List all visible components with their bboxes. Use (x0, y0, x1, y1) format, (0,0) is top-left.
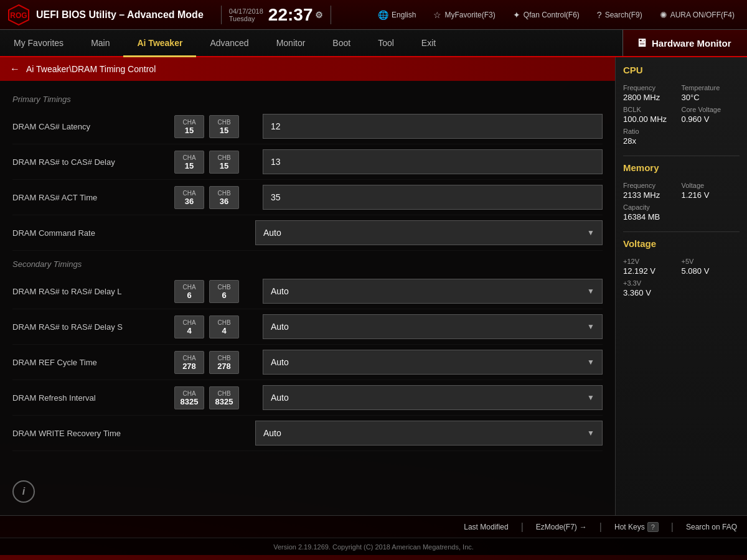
header-actions: 🌐 English ☆ MyFavorite(F3) ✦ Qfan Contro… (373, 7, 740, 22)
dram-refresh-interval-value: Auto (271, 393, 289, 403)
dram-ref-cycle-time-dropdown[interactable]: Auto ▼ (263, 350, 603, 375)
nav-spacer (449, 30, 622, 56)
svg-text:ROG: ROG (10, 11, 27, 20)
dram-ras-ras-s-cha: CHA 4 (174, 315, 204, 338)
dram-refresh-interval-cha: CHA 8325 (174, 386, 204, 409)
voltage-33v-row: +3.3V 3.360 V (623, 279, 740, 297)
date-info: 04/17/2018 Tuesday (229, 7, 263, 22)
dram-ref-cycle-time-label: DRAM REF Cycle Time (12, 358, 174, 367)
nav-my-favorites[interactable]: My Favorites (0, 30, 77, 57)
cpu-bclk-col: BCLK 100.00 MHz (623, 106, 682, 124)
last-modified-label: Last Modified (464, 523, 508, 531)
cpu-temperature-col: Temperature 30°C (682, 84, 740, 102)
dram-ras-ras-delay-s-row: DRAM RAS# to RAS# Delay S CHA 4 CHB 4 Au… (12, 309, 603, 345)
dram-cas-cha: CHA 15 (174, 115, 204, 138)
hot-keys-btn[interactable]: Hot Keys ? (614, 522, 659, 532)
dram-ras-cas-delay-row: DRAM RAS# to CAS# Delay CHA 15 CHB 15 (12, 144, 603, 180)
dram-command-rate-dropdown[interactable]: Auto ▼ (255, 220, 603, 245)
dram-cas-chb: CHB 15 (209, 115, 239, 138)
version-text: Version 2.19.1269. Copyright (C) 2018 Am… (273, 543, 474, 551)
dram-ras-ras-delay-l-dropdown[interactable]: Auto ▼ (263, 279, 603, 304)
settings-icon[interactable]: ⚙ (315, 10, 323, 20)
cpu-bclk-value: 100.00 MHz (623, 114, 682, 124)
dram-ras-cas-delay-label: DRAM RAS# to CAS# Delay (12, 157, 174, 167)
memory-section: Memory Frequency 2133 MHz Voltage 1.216 … (623, 162, 740, 222)
memory-capacity-value: 16384 MB (623, 212, 740, 222)
dram-ras-ras-l-channels: CHA 6 CHB 6 (174, 280, 255, 303)
header-divider (221, 6, 222, 24)
v33-value: 3.360 V (623, 288, 740, 297)
nav-advanced[interactable]: Advanced (196, 30, 262, 57)
dram-ras-ras-delay-s-label: DRAM RAS# to RAS# Delay S (12, 322, 174, 332)
dropdown-arrow-icon-4: ▼ (587, 358, 594, 366)
dram-cas-latency-row: DRAM CAS# Latency CHA 15 CHB 15 (12, 109, 603, 144)
cpu-frequency-col: Frequency 2800 MHz (623, 84, 682, 102)
primary-timings-header: Primary Timings (12, 86, 603, 109)
cpu-temperature-value: 30°C (682, 93, 740, 102)
dram-refresh-interval-row: DRAM Refresh Interval CHA 8325 CHB 8325 … (12, 380, 603, 416)
hot-keys-label: Hot Keys (614, 523, 645, 531)
cpu-core-voltage-label: Core Voltage (682, 106, 740, 113)
info-button[interactable]: i (12, 480, 35, 503)
v12-col: +12V 12.192 V (623, 258, 682, 276)
nav-ai-tweaker[interactable]: Ai Tweaker (123, 30, 196, 57)
dram-write-recovery-time-row: DRAM WRITE Recovery Time Auto ▼ (12, 416, 603, 451)
nav-tool[interactable]: Tool (364, 30, 408, 57)
ez-mode-icon: → (580, 523, 587, 531)
memory-voltage-value: 1.216 V (682, 190, 740, 200)
dram-ras-act-time-label: DRAM RAS# ACT Time (12, 193, 174, 202)
back-button[interactable]: ← (10, 63, 20, 75)
hw-monitor-tab[interactable]: 🖥 Hardware Monitor (622, 30, 747, 56)
qfan-btn[interactable]: ✦ Qfan Control(F6) (508, 7, 585, 22)
v5-col: +5V 5.080 V (682, 258, 740, 276)
dram-refresh-interval-dropdown[interactable]: Auto ▼ (263, 385, 603, 410)
dram-ras-ras-s-chb: CHB 4 (209, 315, 239, 338)
breadcrumb-text: Ai Tweaker\DRAM Timing Control (26, 64, 156, 74)
dram-cas-latency-input[interactable] (263, 114, 603, 139)
last-modified-btn[interactable]: Last Modified (464, 523, 508, 531)
ez-mode-btn[interactable]: EzMode(F7) → (536, 523, 587, 531)
footer-divider-1: | (521, 521, 524, 533)
nav-bar: My Favorites Main Ai Tweaker Advanced Mo… (0, 30, 747, 57)
memory-frequency-col: Frequency 2133 MHz (623, 182, 682, 200)
search-icon: ? (597, 10, 602, 20)
memory-freq-voltage-row: Frequency 2133 MHz Voltage 1.216 V (623, 182, 740, 200)
nav-exit[interactable]: Exit (408, 30, 449, 57)
dram-write-recovery-time-dropdown[interactable]: Auto ▼ (255, 421, 603, 446)
cpu-bclk-voltage-row: BCLK 100.00 MHz Core Voltage 0.960 V (623, 106, 740, 124)
memory-frequency-label: Frequency (623, 182, 682, 189)
dram-command-rate-value: Auto (263, 228, 281, 238)
content-area: ← Ai Tweaker\DRAM Timing Control Primary… (0, 57, 615, 515)
dram-cas-latency-label: DRAM CAS# Latency (12, 122, 174, 131)
v12-label: +12V (623, 258, 682, 265)
language-btn[interactable]: 🌐 English (373, 7, 421, 22)
dropdown-arrow-icon: ▼ (587, 228, 594, 237)
my-favorite-label: MyFavorite(F3) (444, 11, 495, 19)
monitor-icon: 🖥 (636, 37, 647, 50)
nav-main[interactable]: Main (77, 30, 123, 57)
header-bar: ROG UEFI BIOS Utility – Advanced Mode 04… (0, 0, 747, 30)
dram-ras-cas-delay-input[interactable] (263, 149, 603, 174)
voltage-section-title: Voltage (623, 238, 740, 251)
search-faq-btn[interactable]: Search on FAQ (686, 523, 737, 531)
logo: ROG UEFI BIOS Utility – Advanced Mode (7, 4, 204, 26)
app-title: UEFI BIOS Utility – Advanced Mode (36, 9, 204, 21)
header-divider-2 (331, 6, 331, 24)
nav-boot[interactable]: Boot (319, 30, 364, 57)
dropdown-arrow-icon-6: ▼ (587, 429, 594, 437)
dram-ref-cycle-chb: CHB 278 (209, 351, 239, 374)
dram-ras-ras-delay-s-dropdown[interactable]: Auto ▼ (263, 314, 603, 339)
hw-monitor-panel: CPU Frequency 2800 MHz Temperature 30°C … (615, 57, 747, 515)
dram-ras-ras-l-cha: CHA 6 (174, 280, 204, 303)
dropdown-arrow-icon-2: ▼ (587, 287, 594, 296)
nav-monitor[interactable]: Monitor (263, 30, 319, 57)
dram-ras-ras-s-channels: CHA 4 CHB 4 (174, 315, 255, 338)
cpu-core-voltage-value: 0.960 V (682, 114, 740, 124)
search-btn[interactable]: ? Search(F9) (592, 7, 647, 22)
my-favorite-btn[interactable]: ☆ MyFavorite(F3) (428, 7, 500, 22)
time-text: 22:37 (268, 5, 313, 25)
dram-ras-act-time-input[interactable] (263, 185, 603, 210)
aura-btn[interactable]: ✺ AURA ON/OFF(F4) (655, 7, 740, 22)
ez-mode-label: EzMode(F7) (536, 523, 577, 531)
secondary-timings-header: Secondary Timings (12, 251, 603, 274)
